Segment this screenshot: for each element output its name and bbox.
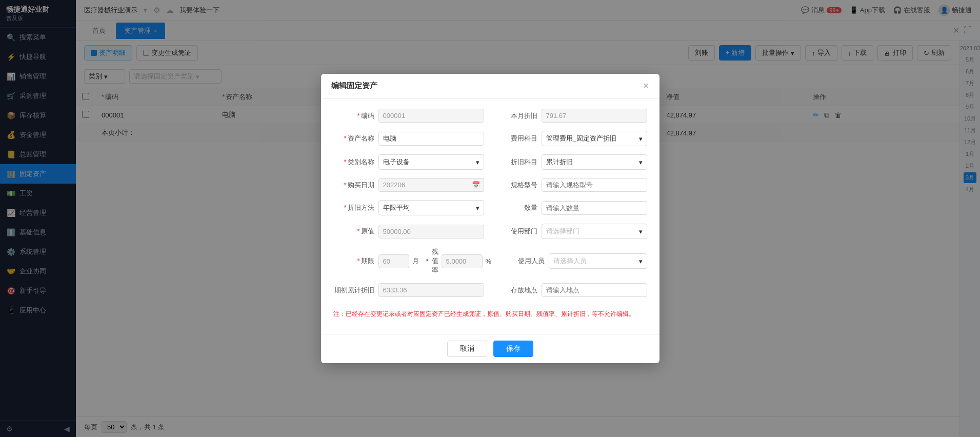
form-item-model: 规格型号 [496,178,647,192]
form-item-original-value: *原值 [333,224,484,239]
form-item-expense-account: 费用科目 管理费用_固定资产折旧 ▾ [496,131,647,146]
save-button[interactable]: 保存 [493,341,533,357]
purchase-date-label: *购买日期 [333,181,374,190]
form-row-7: *期限 月 * 残值率 % 使用人员 请选择人员 ▾ [333,247,647,275]
form-item-dep-method: *折旧方法 年限平均 ▾ [333,200,484,215]
modal-overlay: 编辑固定资产 ✕ *编码 本月折旧 [0,0,980,437]
department-placeholder: 请选择部门 [546,227,579,236]
form-item-purchase-date: *购买日期 📅 [333,178,484,192]
form-item-location: 存放地点 [496,283,647,297]
monthly-dep-label: 本月折旧 [496,111,537,121]
form-row-6: *原值 使用部门 请选择部门 ▾ [333,224,647,239]
residual-rate-label: 残值率 [432,247,438,275]
dep-method-label: *折旧方法 [333,203,374,212]
department-label: 使用部门 [496,227,537,236]
dep-account-value: 累计折旧 [546,157,573,167]
dep-method-chevron: ▾ [476,204,479,212]
expense-account-label: 费用科目 [496,134,537,143]
monthly-dep-input[interactable] [542,109,647,123]
department-select[interactable]: 请选择部门 ▾ [542,224,647,239]
asset-name-input[interactable] [378,132,484,146]
period-inline: 月 * 残值率 % [378,247,492,275]
form-row-5: *折旧方法 年限平均 ▾ 数量 [333,200,647,215]
initial-accumulated-input[interactable] [378,283,484,297]
code-label: *编码 [333,111,374,121]
dep-account-chevron: ▾ [639,158,643,166]
model-input[interactable] [542,178,647,192]
period-input[interactable] [378,254,409,268]
category-select[interactable]: 电子设备 ▾ [378,154,484,170]
residual-rate-input[interactable] [442,254,483,268]
original-value-input[interactable] [378,225,484,239]
quantity-label: 数量 [496,203,537,212]
form-row-4: *购买日期 📅 规格型号 [333,178,647,192]
dep-account-label: 折旧科目 [496,157,537,167]
dep-method-select[interactable]: 年限平均 ▾ [378,200,484,215]
form-item-dep-account: 折旧科目 累计折旧 ▾ [496,154,647,170]
form-item-asset-name: *资产名称 [333,131,484,146]
form-item-code: *编码 [333,109,484,123]
modal-footer: 取消 保存 [321,334,659,363]
user-label: 使用人员 [504,256,545,266]
category-chevron: ▾ [476,158,479,166]
department-chevron: ▾ [639,228,643,235]
purchase-date-wrap: 📅 [378,178,484,192]
code-input[interactable] [378,109,484,123]
form-item-quantity: 数量 [496,200,647,215]
category-label: *类别名称 [333,157,374,167]
modal-header: 编辑固定资产 ✕ [321,74,659,98]
residual-rate-unit: % [486,257,492,265]
form-row-1: *编码 本月折旧 [333,109,647,123]
form-item-period-residual: *期限 月 * 残值率 % [333,247,492,275]
cancel-button[interactable]: 取消 [447,341,487,357]
form-row-3: *类别名称 电子设备 ▾ 折旧科目 累计折旧 ▾ [333,154,647,170]
location-label: 存放地点 [496,286,537,295]
form-row-2: *资产名称 费用科目 管理费用_固定资产折旧 ▾ [333,131,647,146]
original-value-label: *原值 [333,227,374,236]
form-item-user: 使用人员 请选择人员 ▾ [504,247,647,275]
form-item-initial-accumulated: 期初累计折旧 [333,283,484,297]
model-label: 规格型号 [496,181,537,190]
period-label: *期限 [333,256,374,266]
dep-account-select[interactable]: 累计折旧 ▾ [542,154,647,170]
period-unit-label: 月 [412,256,419,266]
form-row-8: 期初累计折旧 存放地点 [333,283,647,297]
initial-accumulated-label: 期初累计折旧 [333,286,374,295]
user-chevron: ▾ [639,257,643,265]
category-value: 电子设备 [383,157,410,167]
expense-account-value: 管理费用_固定资产折旧 [546,134,616,143]
calendar-icon[interactable]: 📅 [472,181,480,189]
asset-name-label: *资产名称 [333,134,374,143]
user-placeholder: 请选择人员 [553,256,587,266]
location-input[interactable] [542,283,647,297]
modal-title: 编辑固定资产 [331,81,377,91]
modal-body: *编码 本月折旧 *资产名称 费用科目 [321,98,659,333]
user-select[interactable]: 请选择人员 ▾ [549,253,647,269]
form-item-monthly-dep: 本月折旧 [496,109,647,123]
edit-asset-modal: 编辑固定资产 ✕ *编码 本月折旧 [321,74,659,363]
modal-note: 注：已经存在变更记录或者对应固定资产已经生成凭证，原值、购买日期、残值率、累计折… [333,305,647,323]
form-item-department: 使用部门 请选择部门 ▾ [496,224,647,239]
expense-account-select[interactable]: 管理费用_固定资产折旧 ▾ [542,131,647,146]
expense-account-chevron: ▾ [639,135,643,143]
dep-method-value: 年限平均 [383,203,410,212]
purchase-date-input[interactable] [378,178,484,192]
modal-close-btn[interactable]: ✕ [643,81,649,91]
form-item-category: *类别名称 电子设备 ▾ [333,154,484,170]
quantity-input[interactable] [542,201,647,215]
